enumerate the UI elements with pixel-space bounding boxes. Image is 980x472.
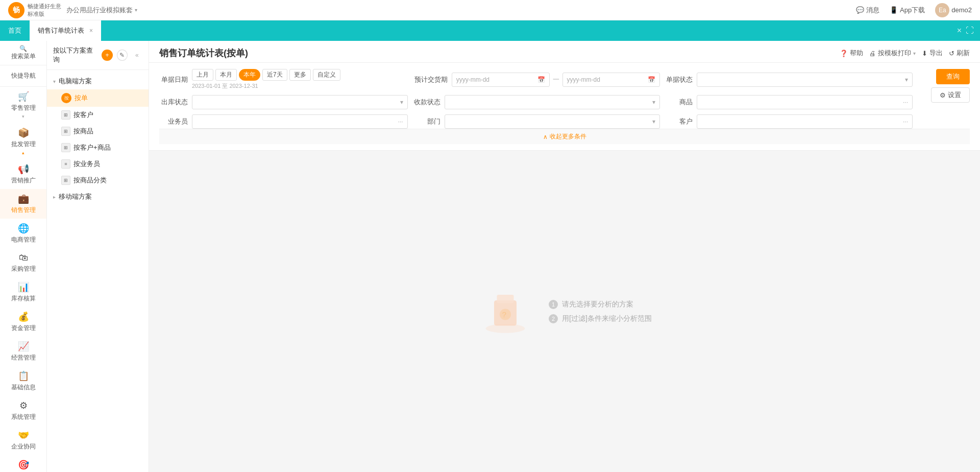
customer-field[interactable]: ··· [697, 114, 913, 129]
refresh-icon: ↺ [949, 50, 954, 57]
body-content: ? 1 请先选择要分析的方案 2 用[过滤]条件来缩小分析范围 [149, 151, 980, 472]
tree-pc-section[interactable]: ▾ 电脑端方案 [47, 73, 149, 89]
sidebar-item-system[interactable]: ⚙ 系统管理 [0, 396, 46, 426]
help-button[interactable]: ❓ 帮助 [840, 49, 863, 58]
tree-node-by-customer-product[interactable]: ⊞ 按客户+商品 [47, 139, 149, 156]
customer-input: ··· [697, 114, 913, 129]
filter-cell-date: 单据日期 上月 本月 本年 近7天 更多 自定义 [159, 69, 408, 90]
top-bar-right: 💬 消息 📱 App下载 Ea demo2 [856, 3, 972, 17]
filter-cell-product: 商品 ··· [664, 95, 913, 109]
setting-button[interactable]: ⚙ 设置 [931, 87, 970, 103]
order-status-dropdown[interactable]: ▾ [697, 73, 913, 87]
customer-label: 客户 [664, 117, 693, 126]
tab-sales-order-stat[interactable]: 销售订单统计表 × [30, 20, 101, 41]
edit-scheme-button[interactable]: ✎ [117, 50, 128, 61]
date-btn-last-month[interactable]: 上月 [192, 69, 213, 81]
avatar: Ea [935, 3, 949, 17]
tree-node-by-product[interactable]: ⊞ 按商品 [47, 123, 149, 139]
collapse-filter-button[interactable]: ∧ 收起更多条件 [159, 129, 970, 144]
print-button[interactable]: 🖨 按模板打印 ▾ [869, 49, 916, 58]
tab-maximize-button[interactable]: ⛶ [966, 26, 974, 35]
basic-icon: 📋 [18, 370, 29, 382]
main-layout: 🔍 搜索菜单 快捷导航 🛒 零售管理 ▾ 📦 批发管理 ▴ 📢 营销推广 💼 销… [0, 41, 980, 472]
date-filter-input: 上月 本月 本年 近7天 更多 自定义 2023-01-01 至 2023-12… [192, 69, 408, 90]
product-dots-icon[interactable]: ··· [903, 99, 908, 106]
tab-home[interactable]: 首页 [0, 20, 30, 41]
logo-icon: 畅 [8, 2, 24, 18]
tree-mobile-section[interactable]: ▸ 移动端方案 [47, 188, 149, 205]
expected-date-end[interactable]: yyyy-mm-dd 📅 [562, 73, 660, 87]
tree-node-by-salesperson[interactable]: ≡ 按业务员 [47, 156, 149, 172]
tip-num-1: 1 [549, 300, 558, 309]
sidebar-item-sales[interactable]: 💼 销售管理 [0, 189, 46, 219]
tree-node-by-order[interactable]: 按 按单 [47, 89, 149, 107]
finance-icon: 💰 [18, 311, 29, 322]
left-panel-header: 按以下方案查询 + ✎ « [47, 41, 149, 70]
date-btn-this-year[interactable]: 本年 [239, 69, 260, 81]
salesperson-field[interactable]: ··· [192, 114, 408, 129]
delivery-status-label: 出库状态 [159, 98, 188, 107]
payment-status-dropdown[interactable]: ▾ [445, 95, 660, 109]
sidebar-item-retail[interactable]: 🛒 零售管理 ▾ [0, 87, 46, 123]
tab-close-icon[interactable]: × [89, 27, 93, 34]
left-panel-body: ▾ 电脑端方案 按 按单 ⊞ 按客户 ⊞ 按商品 [47, 70, 149, 472]
customer-dots-icon[interactable]: ··· [903, 118, 908, 125]
logo-text: 畅捷通好生意 标准版 [28, 3, 61, 17]
expected-date-start[interactable]: yyyy-mm-dd 📅 [452, 73, 550, 87]
app-download-button[interactable]: 📱 App下载 [890, 6, 925, 15]
sidebar-item-basic[interactable]: 📋 基础信息 [0, 366, 46, 396]
sidebar-item-purchase[interactable]: 🛍 采购管理 [0, 248, 46, 277]
print-dropdown-icon: ▾ [913, 51, 916, 56]
date-btn-more[interactable]: 更多 [289, 69, 311, 81]
sidebar-item-enterprise[interactable]: 🤝 企业协同 [0, 426, 46, 455]
logo-area: 畅 畅捷通好生意 标准版 [8, 2, 61, 18]
sidebar-item-wholesale[interactable]: 📦 批发管理 ▴ [0, 123, 46, 159]
sidebar-item-newbie[interactable]: 🎯 新手引导 [0, 455, 46, 472]
refresh-button[interactable]: ↺ 刷新 [949, 49, 970, 58]
sidebar-item-marketing[interactable]: 📢 营销推广 [0, 159, 46, 189]
date-btn-this-month[interactable]: 本月 [215, 69, 237, 81]
export-button[interactable]: ⬇ 导出 [922, 49, 943, 58]
calendar-icon: 📅 [537, 76, 545, 83]
collapse-panel-button[interactable]: « [132, 50, 142, 61]
order-status-select: ▾ [697, 73, 913, 87]
delivery-status-select: ▾ [192, 95, 408, 109]
by-product-icon: ⊞ [61, 127, 70, 136]
system-icon: ⚙ [19, 400, 28, 411]
filter-cell-customer: 客户 ··· [664, 114, 913, 129]
filter-cell-expected-date: 预计交货期 yyyy-mm-dd 📅 一 [412, 73, 660, 87]
tree-node-by-customer[interactable]: ⊞ 按客户 [47, 107, 149, 123]
svg-rect-2 [497, 295, 514, 303]
payment-status-label: 收款状态 [412, 98, 440, 107]
sidebar-quick-nav[interactable]: 快捷导航 [0, 65, 46, 87]
filter-cell-delivery: 出库状态 ▾ [159, 95, 408, 109]
sidebar-item-finance[interactable]: 💰 资金管理 [0, 307, 46, 337]
department-dropdown[interactable]: ▾ [445, 114, 660, 129]
delivery-status-dropdown[interactable]: ▾ [192, 95, 408, 109]
sidebar-item-inventory[interactable]: 📊 库存核算 [0, 277, 46, 307]
query-button[interactable]: 查询 [936, 69, 970, 84]
wholesale-icon: 📦 [18, 127, 29, 138]
add-scheme-button[interactable]: + [102, 50, 112, 61]
date-btn-7days[interactable]: 近7天 [262, 69, 287, 81]
date-separator: 一 [553, 75, 559, 84]
page-actions: ❓ 帮助 🖨 按模板打印 ▾ ⬇ 导出 ↺ [840, 49, 970, 58]
tree-node-by-category[interactable]: ⊞ 按商品分类 [47, 172, 149, 188]
product-field[interactable]: ··· [697, 95, 913, 109]
app-title[interactable]: 办公用品行业模拟账套 ▾ [66, 6, 137, 15]
sidebar-search[interactable]: 🔍 搜索菜单 [0, 41, 46, 65]
inventory-icon: 📊 [18, 281, 29, 293]
sidebar-item-operations[interactable]: 📈 经营管理 [0, 337, 46, 366]
sidebar-item-ecommerce[interactable]: 🌐 电商管理 [0, 219, 46, 248]
salesperson-dots-icon[interactable]: ··· [398, 118, 403, 125]
tab-bar: 首页 销售订单统计表 × × ⛶ [0, 20, 980, 41]
user-profile[interactable]: Ea demo2 [935, 3, 972, 17]
svg-text:?: ? [502, 310, 507, 319]
right-content: 销售订单统计表(按单) ❓ 帮助 🖨 按模板打印 ▾ ⬇ [149, 41, 980, 472]
message-button[interactable]: 💬 消息 [856, 6, 879, 15]
tab-minimize-button[interactable]: × [957, 26, 962, 35]
expected-date-input: yyyy-mm-dd 📅 一 yyyy-mm-dd 📅 [452, 73, 660, 87]
sidebar: 🔍 搜索菜单 快捷导航 🛒 零售管理 ▾ 📦 批发管理 ▴ 📢 营销推广 💼 销… [0, 41, 47, 472]
top-bar-left: 畅 畅捷通好生意 标准版 办公用品行业模拟账套 ▾ [8, 2, 137, 18]
date-btn-custom[interactable]: 自定义 [313, 69, 340, 81]
